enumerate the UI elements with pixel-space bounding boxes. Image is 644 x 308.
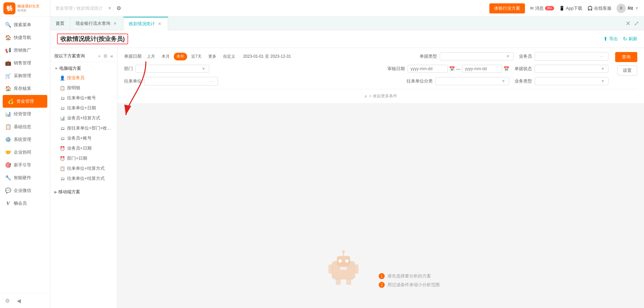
online-service-button[interactable]: 🎧 在线客服 — [587, 5, 611, 11]
sidebar-item-enterprise[interactable]: 🤝 企业协同 — [0, 146, 50, 159]
sidebar-item-sales[interactable]: 💼 销售管理 — [0, 57, 50, 69]
settings-button[interactable]: 设置 — [617, 65, 637, 75]
sidebar-item-inventory[interactable]: 🏠 库存核算 — [0, 82, 50, 95]
pc-scheme-section: ▼ 电脑端方案 👤 按业务员 📋 按明细 🗂 往来单位+账号 — [50, 62, 117, 186]
export-button[interactable]: ⬆ 导出 — [603, 36, 618, 42]
salesman-select[interactable]: ··· — [535, 52, 608, 61]
sidebar-item-system[interactable]: ⚙️ 系统管理 — [0, 133, 50, 146]
collapse-more-button[interactable]: ∧ ∧ 收起更多条件 — [364, 93, 397, 99]
scheme-item-partner-date[interactable]: 🗂 往来单位+日期 — [50, 103, 117, 113]
biz-type-select[interactable]: ▼ — [535, 77, 608, 85]
salesman-label: 业务员 — [519, 53, 532, 59]
sidebar-item-operation[interactable]: 📊 经营管理 — [0, 108, 50, 120]
scheme-item-salesman-settlement[interactable]: 📊 业务员+结算方式 — [50, 113, 117, 123]
tip2-number: 2 — [379, 282, 385, 288]
message-button[interactable]: ✉ 消息 99+ — [530, 5, 554, 11]
sidebar-item-wechat[interactable]: 💬 企业微信 — [0, 184, 50, 197]
scheme-item-partner-account[interactable]: 🗂 往来单位+账号 — [50, 93, 117, 103]
review-date-to-input[interactable] — [462, 65, 502, 73]
biz-type-label: 业务类型 — [515, 78, 532, 84]
dept-select[interactable]: ▼ — [136, 65, 209, 73]
sidebar-item-marketing[interactable]: 📢 营销推广 — [0, 44, 50, 57]
sidebar-item-search[interactable]: 🔍 搜索菜单 — [0, 18, 50, 31]
salesman-more-icon[interactable]: ··· — [598, 54, 605, 59]
date-tab-this-month[interactable]: 本月 — [159, 53, 172, 60]
biz-type-chevron-icon: ▼ — [601, 79, 605, 84]
tab-bank[interactable]: 现金银行流水查询 ✕ — [70, 17, 123, 30]
scheme-item-partner-settlement1[interactable]: 📋 往来单位+结算方式 — [50, 163, 117, 173]
pc-section-header[interactable]: ▼ 电脑端方案 — [50, 64, 117, 73]
date-tab-custom[interactable]: 自定义 — [220, 53, 238, 60]
partner-select[interactable]: ··· — [144, 77, 218, 86]
finance-icon: 💰 — [8, 98, 14, 104]
tip2-text: 用过滤条件来缩小分析范围 — [387, 282, 440, 288]
settings-bottom-icon[interactable]: ⚙ — [3, 297, 11, 305]
bank-tab-close[interactable]: ✕ — [112, 21, 118, 26]
refresh-button[interactable]: ↻ 刷新 — [623, 36, 637, 42]
home-icon: 🏠 — [5, 35, 11, 41]
date-tab-7days[interactable]: 近7天 — [189, 53, 204, 60]
collection-tab-label: 收款情况统计 — [129, 21, 155, 27]
dept-chevron-icon: ▼ — [202, 66, 206, 71]
topbar-dropdown-icon[interactable]: ▼ — [108, 6, 112, 11]
bill-type-chevron-icon: ▼ — [506, 54, 510, 59]
tab-collection[interactable]: 收款情况统计 ✕ — [123, 17, 168, 30]
scheme-item-detail[interactable]: 📋 按明细 — [50, 83, 117, 93]
bill-status-filter: 单据状态 ▼ — [515, 65, 608, 73]
purchase-icon: 🛒 — [5, 73, 11, 79]
date-tab-more[interactable]: 更多 — [206, 53, 219, 60]
logo-icon: 畅 — [3, 2, 15, 14]
bill-type-select[interactable]: ▼ — [440, 52, 514, 60]
collection-tab-close[interactable]: ✕ — [157, 21, 162, 27]
date-tab-last-month[interactable]: 上月 — [144, 53, 158, 60]
collapse-sidebar-icon[interactable]: ◀ — [15, 297, 23, 305]
review-date-from-input[interactable] — [408, 65, 448, 73]
scheme-item-salesman-date[interactable]: ⏰ 业务员+日期 — [50, 143, 117, 153]
enterprise-icon: 🤝 — [5, 149, 11, 155]
scheme-add-button[interactable]: + — [98, 53, 101, 59]
scheme-collapse-button[interactable]: « — [110, 53, 113, 59]
mobile-expand-arrow-icon: ▶ — [54, 190, 57, 194]
scheme-settings-button[interactable]: ⚙ — [103, 53, 108, 59]
sidebar-item-quicknav[interactable]: 🏠 快捷导航 — [0, 31, 50, 44]
partner-category-select[interactable]: ▼ — [435, 77, 509, 85]
salesman-date-icon: ⏰ — [60, 146, 65, 151]
partner-more-icon[interactable]: ··· — [208, 79, 214, 84]
scheme-panel: 按以下方案查询 + ⚙ « ▼ 电脑端方案 👤 按业务员 — [50, 48, 117, 308]
collapse-more-icon: ∧ — [364, 94, 367, 99]
scheme-item-partner-dept[interactable]: 🗂 按往来单位+部门+收... — [50, 123, 117, 133]
tab-home[interactable]: 首页 — [50, 17, 70, 30]
review-date-label: 审核日期 — [387, 66, 405, 72]
scheme-item-salesman[interactable]: 👤 按业务员 — [50, 73, 117, 83]
bill-status-select[interactable]: ▼ — [535, 65, 608, 73]
sidebar-item-hardware[interactable]: 🔧 智能硬件 — [0, 171, 50, 184]
inventory-icon: 🏠 — [5, 86, 11, 92]
scheme-item-dept-date[interactable]: ⏰ 部门+日期 — [50, 153, 117, 163]
bill-status-chevron-icon: ▼ — [601, 66, 605, 71]
topbar-settings-icon[interactable]: ⚙ — [114, 3, 124, 13]
date-tab-this-year[interactable]: 本年 — [174, 53, 187, 60]
query-button[interactable]: 查询 — [615, 52, 637, 62]
user-info[interactable]: R Rit ▼ — [616, 4, 639, 13]
mobile-section-header[interactable]: ▶ 移动端方案 — [50, 188, 117, 196]
tip1-text: 请先选择要分析的方案 — [387, 273, 431, 279]
partner-settlement1-icon: 📋 — [60, 166, 65, 171]
date-filter-label: 单据日期 — [124, 53, 142, 59]
sidebar-item-guide[interactable]: 🎯 新手引导 — [0, 159, 50, 171]
svg-point-10 — [342, 250, 345, 253]
scheme-item-partner-settlement2[interactable]: 🗂 往来单位+结算方式 — [50, 173, 117, 184]
sidebar-item-purchase[interactable]: 🛒 采购管理 — [0, 69, 50, 82]
sidebar-item-member[interactable]: V 畅会员 — [0, 197, 50, 210]
sidebar-item-base[interactable]: 📋 基础信息 — [0, 120, 50, 133]
sidebar-item-finance[interactable]: 💰 资金管理 — [3, 95, 47, 108]
dept-date-icon: ⏰ — [60, 156, 65, 161]
solution-button[interactable]: 体验行业方案 — [489, 3, 525, 13]
bill-type-label: 单据类型 — [420, 53, 437, 59]
maximize-icon[interactable]: ⤢ — [634, 20, 639, 27]
close-window-icon[interactable]: ✕ — [626, 20, 631, 27]
app-download-button[interactable]: 📱 App下载 — [559, 5, 582, 11]
guide-icon: 🎯 — [5, 162, 11, 168]
page-header-actions: ⬆ 导出 ↻ 刷新 — [603, 36, 637, 42]
home-tab-label: 首页 — [56, 20, 64, 27]
scheme-item-salesman-account[interactable]: 🗂 业务员+账号 — [50, 133, 117, 143]
